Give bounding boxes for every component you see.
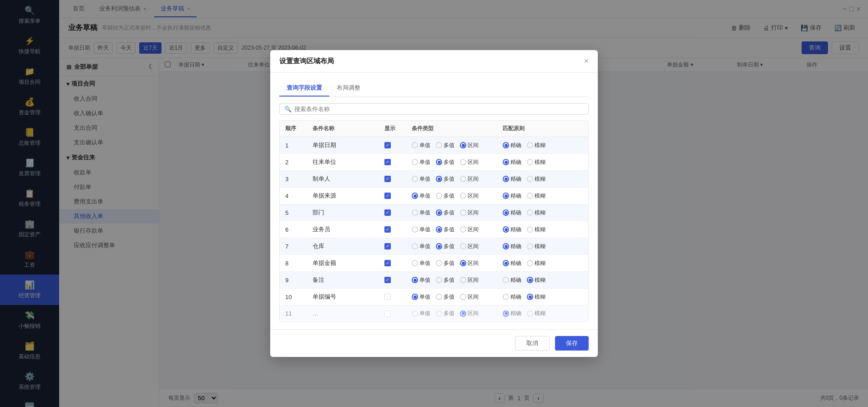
- row-name: 单据编号: [307, 289, 379, 305]
- radio-multi[interactable]: 多值: [436, 310, 454, 317]
- radio-exact[interactable]: 精确: [503, 175, 521, 183]
- radio-range[interactable]: 区间: [460, 142, 479, 149]
- radio-multi[interactable]: 多值: [436, 142, 454, 149]
- display-checkbox[interactable]: [384, 226, 391, 233]
- display-checkbox[interactable]: [384, 159, 391, 165]
- row-display[interactable]: [379, 154, 406, 170]
- radio-exact[interactable]: 精确: [503, 209, 521, 217]
- radio-exact[interactable]: 精确: [503, 276, 521, 284]
- radio-fuzzy[interactable]: 模糊: [527, 276, 545, 284]
- row-order: 1: [280, 137, 307, 153]
- row-display[interactable]: [379, 272, 406, 288]
- radio-single[interactable]: 单值: [412, 310, 430, 317]
- row-type: 单值 多值 区间: [406, 188, 497, 204]
- display-checkbox[interactable]: [384, 193, 391, 199]
- radio-multi[interactable]: 多值: [436, 226, 454, 234]
- row-display[interactable]: [379, 305, 406, 321]
- radio-fuzzy[interactable]: 模糊: [527, 293, 545, 301]
- radio-exact[interactable]: 精确: [503, 259, 521, 267]
- type-radio-group: 单值 多值 区间: [412, 175, 479, 183]
- row-display[interactable]: [379, 188, 406, 204]
- row-name: 业务员: [307, 221, 379, 238]
- radio-fuzzy[interactable]: 模糊: [527, 192, 545, 200]
- radio-single[interactable]: 单值: [412, 259, 430, 267]
- radio-exact[interactable]: 精确: [503, 226, 521, 234]
- radio-range[interactable]: 区间: [460, 243, 479, 250]
- row-name: 往来单位: [307, 154, 379, 170]
- row-name: …: [307, 305, 379, 321]
- radio-range[interactable]: 区间: [460, 310, 479, 317]
- row-display[interactable]: [379, 137, 406, 153]
- radio-range[interactable]: 区间: [460, 226, 479, 234]
- radio-multi[interactable]: 多值: [436, 276, 454, 284]
- display-checkbox[interactable]: [384, 294, 391, 300]
- modal-title: 设置查询区域布局: [279, 57, 334, 66]
- radio-multi[interactable]: 多值: [436, 175, 454, 183]
- radio-single[interactable]: 单值: [412, 142, 430, 149]
- radio-fuzzy[interactable]: 模糊: [527, 142, 545, 149]
- radio-fuzzy[interactable]: 模糊: [527, 259, 545, 267]
- radio-exact[interactable]: 精确: [503, 310, 521, 317]
- radio-fuzzy[interactable]: 模糊: [527, 226, 545, 234]
- display-checkbox[interactable]: [384, 176, 391, 182]
- radio-range[interactable]: 区间: [460, 209, 479, 217]
- radio-range[interactable]: 区间: [460, 293, 479, 301]
- radio-single[interactable]: 单值: [412, 226, 430, 234]
- radio-multi[interactable]: 多值: [436, 209, 454, 217]
- radio-range[interactable]: 区间: [460, 175, 479, 183]
- radio-single[interactable]: 单值: [412, 293, 430, 301]
- radio-multi[interactable]: 多值: [436, 243, 454, 250]
- radio-single[interactable]: 单值: [412, 243, 430, 250]
- radio-single[interactable]: 单值: [412, 158, 430, 166]
- cancel-button[interactable]: 取消: [515, 336, 550, 351]
- display-checkbox[interactable]: [384, 142, 391, 148]
- table-row: 9 备注 单值 多值 区间 精确 模糊: [280, 272, 588, 289]
- radio-single[interactable]: 单值: [412, 192, 430, 200]
- radio-single[interactable]: 单值: [412, 175, 430, 183]
- radio-exact[interactable]: 精确: [503, 158, 521, 166]
- radio-multi[interactable]: 多值: [436, 158, 454, 166]
- type-radio-group: 单值 多值 区间: [412, 209, 479, 217]
- radio-fuzzy[interactable]: 模糊: [527, 310, 545, 317]
- radio-range[interactable]: 区间: [460, 276, 479, 284]
- display-checkbox[interactable]: [384, 310, 391, 317]
- row-display[interactable]: [379, 171, 406, 187]
- radio-range[interactable]: 区间: [460, 192, 479, 200]
- display-checkbox[interactable]: [384, 260, 391, 266]
- radio-single[interactable]: 单值: [412, 209, 430, 217]
- radio-fuzzy[interactable]: 模糊: [527, 209, 545, 217]
- radio-range[interactable]: 区间: [460, 259, 479, 267]
- modal-search-input[interactable]: [294, 106, 584, 112]
- display-checkbox[interactable]: [384, 243, 391, 249]
- radio-fuzzy[interactable]: 模糊: [527, 158, 545, 166]
- radio-multi[interactable]: 多值: [436, 293, 454, 301]
- row-match: 精确 模糊: [497, 171, 588, 187]
- row-display[interactable]: [379, 221, 406, 238]
- save-button[interactable]: 保存: [555, 336, 589, 351]
- row-match: 精确 模糊: [497, 289, 588, 305]
- row-display[interactable]: [379, 204, 406, 221]
- radio-fuzzy[interactable]: 模糊: [527, 175, 545, 183]
- radio-multi[interactable]: 多值: [436, 192, 454, 200]
- radio-exact[interactable]: 精确: [503, 192, 521, 200]
- table-row: 8 单据金额 单值 多值 区间 精确 模糊: [280, 255, 588, 272]
- row-display[interactable]: [379, 255, 406, 271]
- radio-fuzzy[interactable]: 模糊: [527, 243, 545, 250]
- display-checkbox[interactable]: [384, 277, 391, 283]
- display-checkbox[interactable]: [384, 209, 391, 216]
- row-type: 单值 多值 区间: [406, 289, 497, 305]
- modal-close-button[interactable]: ×: [584, 56, 589, 66]
- table-row: 3 制单人 单值 多值 区间 精确 模糊: [280, 171, 588, 188]
- radio-multi[interactable]: 多值: [436, 259, 454, 267]
- modal-tab-layout[interactable]: 布局调整: [329, 80, 368, 97]
- radio-exact[interactable]: 精确: [503, 293, 521, 301]
- row-match: 精确 模糊: [497, 221, 588, 238]
- modal-tabs: 查询字段设置 布局调整: [279, 80, 589, 97]
- radio-exact[interactable]: 精确: [503, 243, 521, 250]
- modal-tab-fields[interactable]: 查询字段设置: [279, 80, 329, 97]
- row-display[interactable]: [379, 289, 406, 305]
- radio-single[interactable]: 单值: [412, 276, 430, 284]
- radio-exact[interactable]: 精确: [503, 142, 521, 149]
- radio-range[interactable]: 区间: [460, 158, 479, 166]
- row-display[interactable]: [379, 238, 406, 254]
